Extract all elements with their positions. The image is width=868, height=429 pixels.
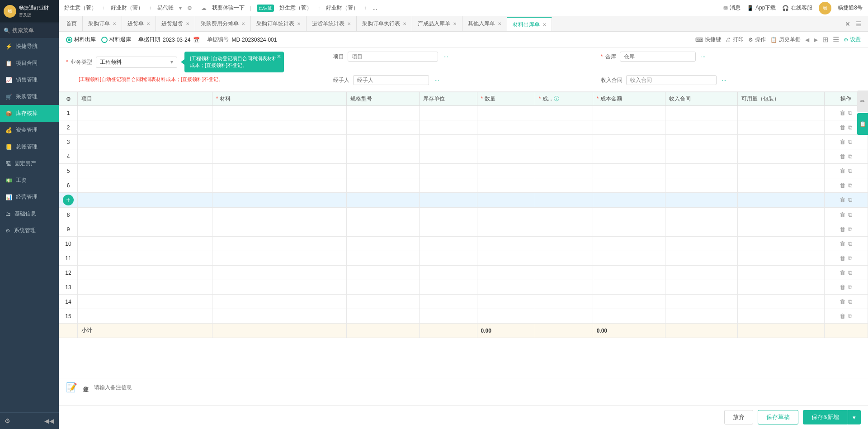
delete-row-btn[interactable]: 🗑 xyxy=(840,153,845,160)
info-icon[interactable]: ⓘ xyxy=(554,95,559,102)
tab-otherstock[interactable]: 其他入库单 ✕ xyxy=(462,16,507,32)
save-draft-button[interactable]: 保存草稿 xyxy=(758,410,798,424)
tab-productstock[interactable]: 产成品入库单 ✕ xyxy=(412,16,462,32)
topbar-haoshengyi1[interactable]: 好生意（菅） xyxy=(64,4,97,12)
delete-row-btn[interactable]: 🗑 xyxy=(840,138,845,146)
sidebar-item-salary[interactable]: 💵 工资 xyxy=(0,172,59,189)
sidebar-item-projectcontract[interactable]: 📋 项目合同 xyxy=(0,55,59,72)
copy-row-btn[interactable]: ⧉ xyxy=(848,110,852,117)
delete-row-btn[interactable]: 🗑 xyxy=(840,313,845,320)
user-name[interactable]: 畅捷通8号 xyxy=(838,4,863,12)
sidebar-item-basicinfo[interactable]: 🗂 基础信息 xyxy=(0,205,59,222)
tab-purchasestat[interactable]: 采购订单统计表 ✕ xyxy=(251,16,307,32)
tabbar-close-all-btn[interactable]: ✕ xyxy=(843,19,852,29)
radio-material-out[interactable]: 材料出库 xyxy=(66,36,96,43)
tab-close-materialout[interactable]: ✕ xyxy=(542,22,546,27)
prev-record-btn[interactable]: ◀ xyxy=(805,37,809,43)
tabbar-menu-btn[interactable]: ☰ xyxy=(854,19,863,29)
sidebar-item-inventory[interactable]: 📦 库存核算 xyxy=(0,105,59,122)
project-input[interactable] xyxy=(348,52,438,62)
handler-dots-btn[interactable]: ··· xyxy=(434,77,439,83)
topbar-message[interactable]: ✉ 消息 xyxy=(723,4,741,12)
row7-material-input[interactable] xyxy=(216,197,343,204)
copy-row-btn[interactable]: ⧉ xyxy=(848,284,852,291)
tab-close-purchaseexec[interactable]: ✕ xyxy=(403,21,406,26)
add-row-btn[interactable]: + xyxy=(63,195,74,205)
income-contract-dots-btn[interactable]: ··· xyxy=(722,77,726,83)
delete-row-btn[interactable]: 🗑 xyxy=(840,284,845,291)
topbar-dropdown-btn[interactable]: ▾ xyxy=(179,5,182,11)
business-type-select[interactable]: 工程领料 ▾ xyxy=(96,57,177,68)
copy-row-btn[interactable]: ⧉ xyxy=(848,153,852,160)
copy-row-btn[interactable]: ⧉ xyxy=(848,138,852,146)
sidebar-item-sysmanage[interactable]: ⚙ 系统管理 xyxy=(0,222,59,239)
sidebar-item-quicknav[interactable]: ⚡ 快捷导航 xyxy=(0,38,59,55)
tab-close-purchasestat[interactable]: ✕ xyxy=(297,21,301,26)
tab-close-purchasein[interactable]: ✕ xyxy=(146,21,150,26)
copy-row-btn[interactable]: ⧉ xyxy=(848,240,852,248)
delete-row-btn[interactable]: 🗑 xyxy=(840,182,845,189)
discard-button[interactable]: 放弃 xyxy=(724,410,753,424)
save-new-dropdown-btn[interactable]: ▾ xyxy=(848,410,861,424)
tab-home[interactable]: 首页 xyxy=(61,16,83,32)
save-new-button[interactable]: 保存&新增 xyxy=(803,410,848,424)
sidebar-item-ledger[interactable]: 📒 总账管理 xyxy=(0,138,59,155)
copy-row-btn[interactable]: ⧉ xyxy=(848,167,852,175)
copy-row-btn[interactable]: ⧉ xyxy=(848,182,852,189)
delete-row-btn[interactable]: 🗑 xyxy=(840,269,845,276)
topbar-more[interactable]: ... xyxy=(373,5,377,11)
sidebar-item-fund[interactable]: 💰 资金管理 xyxy=(0,122,59,138)
delete-row-btn[interactable]: 🗑 xyxy=(840,298,845,305)
topbar-haoyecai2[interactable]: 好业财（菅） xyxy=(326,4,359,12)
sidebar-item-fixedassets[interactable]: 🏗 固定资产 xyxy=(0,155,59,172)
date-value[interactable]: 2023-03-24 xyxy=(163,37,190,43)
topbar-yidaizhang[interactable]: 易代账 xyxy=(157,4,174,12)
tab-close-purchasefee[interactable]: ✕ xyxy=(241,21,245,26)
copy-row-btn[interactable]: ⧉ xyxy=(848,255,852,262)
tooltip-close-btn[interactable]: ✕ xyxy=(277,53,281,60)
list-view-btn[interactable]: ☰ xyxy=(833,35,839,44)
handler-input[interactable] xyxy=(353,75,429,85)
topbar-haoshengyi2[interactable]: 好生意（菅） xyxy=(279,4,312,12)
print-btn[interactable]: 🖨 打印 xyxy=(726,36,744,43)
tab-purchasein[interactable]: 进货单 ✕ xyxy=(122,16,156,32)
delete-row-btn[interactable]: 🗑 xyxy=(840,226,845,233)
tab-purchaseorder[interactable]: 采购订单 ✕ xyxy=(83,16,122,32)
settings-btn[interactable]: ⚙ 设置 xyxy=(844,36,861,43)
tab-close-purchaseorder[interactable]: ✕ xyxy=(113,21,116,26)
tab-purchasefee[interactable]: 采购费用分摊单 ✕ xyxy=(195,16,251,32)
delete-row-btn[interactable]: 🗑 xyxy=(840,211,845,219)
notes-input[interactable] xyxy=(94,382,861,398)
sidebar-item-purchase[interactable]: 🛒 采购管理 xyxy=(0,88,59,105)
tab-materialout[interactable]: 材料出库单 ✕ xyxy=(507,17,552,32)
sidebar-item-sales[interactable]: 📈 销售管理 xyxy=(0,72,59,88)
shortcut-btn[interactable]: ⌨ 快捷键 xyxy=(695,36,721,43)
delete-row-btn[interactable]: 🗑 xyxy=(840,167,845,175)
delete-row-btn[interactable]: 🗑 xyxy=(840,110,845,117)
grid-view-btn[interactable]: ⊞ xyxy=(822,35,828,44)
right-sidebar-green-btn[interactable]: 📋 xyxy=(857,113,868,135)
calendar-icon[interactable]: 📅 xyxy=(193,37,200,43)
row7-project-input[interactable] xyxy=(81,197,208,204)
sidebar-item-biz[interactable]: 📊 经营管理 xyxy=(0,189,59,205)
copy-row-btn[interactable]: ⧉ xyxy=(848,211,852,219)
copy-row-btn[interactable]: ⧉ xyxy=(848,196,852,204)
sidebar-item-search[interactable]: 🔍 搜索菜单 xyxy=(0,23,59,38)
tab-purchaseinstat[interactable]: 进货单统计表 ✕ xyxy=(307,16,357,32)
radio-material-return[interactable]: 材料退库 xyxy=(101,36,131,43)
operation-btn[interactable]: ⚙ 操作 xyxy=(748,36,766,43)
copy-row-btn[interactable]: ⧉ xyxy=(848,313,852,320)
copy-row-btn[interactable]: ⧉ xyxy=(848,298,852,305)
warehouse-dots-btn[interactable]: ··· xyxy=(701,53,706,60)
tab-close-purchasereturn[interactable]: ✕ xyxy=(186,21,189,26)
delete-row-btn[interactable]: 🗑 xyxy=(840,240,845,248)
copy-row-btn[interactable]: ⧉ xyxy=(848,269,852,276)
topbar-service[interactable]: 🎧 在线客服 xyxy=(782,4,812,12)
collapse-sidebar-btn[interactable]: ◀◀ xyxy=(44,417,54,424)
copy-row-btn[interactable]: ⧉ xyxy=(848,124,852,131)
tab-purchaseexec[interactable]: 采购订单执行表 ✕ xyxy=(357,16,412,32)
delete-row-btn[interactable]: 🗑 xyxy=(840,255,845,262)
tab-close-otherstock[interactable]: ✕ xyxy=(498,21,501,26)
warehouse-input[interactable] xyxy=(620,52,696,62)
col-settings[interactable]: ⚙ xyxy=(59,92,78,106)
